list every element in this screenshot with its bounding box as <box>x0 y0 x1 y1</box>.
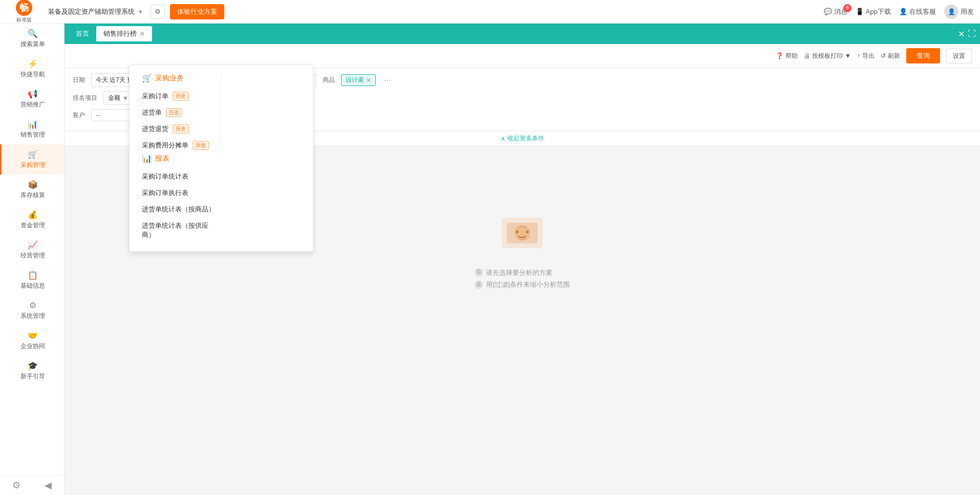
window-maximize-icon[interactable]: ⛶ <box>968 29 976 38</box>
phone-icon: 📱 <box>856 8 864 15</box>
export-label: 导出 <box>862 52 875 60</box>
tab-home[interactable]: 首页 <box>69 26 96 41</box>
user-label: 用友 <box>961 7 974 16</box>
sidebar-basic-label: 基础信息 <box>20 282 45 290</box>
inventory-icon: 📦 <box>28 180 38 189</box>
customer-dots: ··· <box>96 112 101 119</box>
sidebar-item-inventory[interactable]: 📦 库存核算 <box>0 175 64 205</box>
guide-icon: 🎓 <box>28 361 38 371</box>
print-dropdown-arrow[interactable]: ▼ <box>845 52 851 59</box>
menu-item-stock-stat-supplier[interactable]: 进货单统计表（按供应商） <box>142 218 217 243</box>
fund-icon: 💰 <box>28 210 38 220</box>
top-bar: 畅 标准版 装备及固定资产辅助管理系统 ▼ ⚙ 体验行业方案 💬 消息 9 📱 … <box>0 0 980 24</box>
solution-button[interactable]: 体验行业方案 <box>170 4 224 19</box>
rank-label: 排名项目 <box>73 94 97 102</box>
menu-item-stock-in[interactable]: 进货单 历史 <box>142 104 217 121</box>
app-download-button[interactable]: 📱 App下载 <box>856 7 891 16</box>
purchase-order-label: 采购订单 <box>142 92 168 101</box>
purchase-order-stat-label: 采购订单统计表 <box>142 172 188 181</box>
service-label: 在线客服 <box>909 7 936 16</box>
menu-item-purchase-order-exec[interactable]: 采购订单执行表 <box>142 185 217 201</box>
sidebar-item-basic[interactable]: 📋 基础信息 <box>0 265 64 295</box>
logo-sub: 标准版 <box>16 16 32 24</box>
svg-point-5 <box>526 230 529 233</box>
sidebar-item-system[interactable]: ⚙ 系统管理 <box>0 295 64 326</box>
settings-bottom-icon[interactable]: ⚙ <box>12 480 20 491</box>
menu-item-purchase-order[interactable]: 采购订单 历史 <box>142 88 217 104</box>
purchase-icon: 🛒 <box>28 149 38 159</box>
help-button[interactable]: ❓ 帮助 <box>776 52 798 60</box>
tab-bar: 首页 销售排行榜 ✕ ✕ ⛶ <box>65 24 980 44</box>
menu-item-purchase-fee[interactable]: 采购费用分摊单 历史 <box>142 137 217 154</box>
goods-tag-value: 设计素 <box>346 76 364 84</box>
goods-tag-close[interactable]: ✕ <box>366 77 371 84</box>
step1-num: ① <box>475 268 483 276</box>
sidebar-purchase-label: 采购管理 <box>20 161 45 169</box>
sidebar-item-cooperation[interactable]: 🤝 企业协同 <box>0 326 64 356</box>
logo-icon: 畅 <box>16 0 32 16</box>
purchase-order-hist: 历史 <box>173 92 189 101</box>
menu-divider <box>221 73 305 154</box>
print-button[interactable]: 🖨 按模板打印 ▼ <box>804 52 851 60</box>
sidebar-item-sales[interactable]: 📊 销售管理 <box>0 114 64 144</box>
gear-button[interactable]: ⚙ <box>151 5 165 19</box>
service-button[interactable]: 👤 在线客服 <box>899 7 936 16</box>
sidebar-sales-label: 销售管理 <box>20 131 45 139</box>
rank-value: 金额 <box>108 94 120 102</box>
purchase-section-label: 采购业务 <box>155 74 184 83</box>
purchase-dropdown-menu: 🛒 采购业务 采购订单 历史 进货单 历史 进货退货 <box>129 64 313 252</box>
sidebar-item-guide[interactable]: 🎓 新手引导 <box>0 356 64 386</box>
message-badge: 9 <box>843 4 851 12</box>
sidebar-system-label: 系统管理 <box>20 312 45 320</box>
refresh-button[interactable]: ↺ 刷新 <box>881 52 900 60</box>
help-icon: ❓ <box>776 52 783 59</box>
cooperation-icon: 🤝 <box>28 331 38 340</box>
report-section-label: 报表 <box>155 154 169 163</box>
system-title-area: 装备及固定资产辅助管理系统 ▼ ⚙ <box>48 5 165 19</box>
goods-more-dots[interactable]: ··· <box>384 76 391 85</box>
export-button[interactable]: ↑ 导出 <box>857 52 875 60</box>
sidebar-item-quick[interactable]: ⚡ 快捷导航 <box>0 54 64 84</box>
sidebar-item-search[interactable]: 🔍 搜索菜单 <box>0 24 64 54</box>
purchase-fee-hist: 历史 <box>193 141 209 150</box>
sidebar-item-purchase[interactable]: 🛒 采购管理 <box>0 144 64 175</box>
menu-item-stock-stat-goods[interactable]: 进货单统计表（按商品） <box>142 201 217 218</box>
sidebar-search-label: 搜索菜单 <box>20 40 45 49</box>
stock-in-hist: 历史 <box>166 108 182 117</box>
main-content: ❓ 帮助 🖨 按模板打印 ▼ ↑ 导出 ↺ 刷新 <box>65 44 980 495</box>
system-title: 装备及固定资产辅助管理系统 <box>48 7 135 16</box>
sidebar-item-operations[interactable]: 📈 经营管理 <box>0 235 64 265</box>
report-section-icon: 📊 <box>142 154 152 163</box>
messages-button[interactable]: 💬 消息 9 <box>824 7 847 16</box>
sidebar-marketing-label: 营销推广 <box>20 100 45 109</box>
service-icon: 👤 <box>899 8 907 15</box>
customer-label: 客户 <box>73 111 85 120</box>
stock-return-label: 进货退货 <box>142 124 168 134</box>
sidebar-guide-label: 新手引导 <box>20 372 45 381</box>
svg-point-4 <box>516 230 519 233</box>
rank-arrow: ▼ <box>122 95 129 102</box>
help-label: 帮助 <box>785 52 798 60</box>
settings-button[interactable]: 设置 <box>946 49 972 63</box>
quick-icon: ⚡ <box>28 59 38 69</box>
collapse-sidebar-icon[interactable]: ◀ <box>45 480 52 491</box>
tab-close-icon[interactable]: ✕ <box>140 30 145 37</box>
query-button[interactable]: 查询 <box>906 48 940 63</box>
menu-item-stock-return[interactable]: 进货退货 历史 <box>142 121 217 137</box>
sidebar-item-fund[interactable]: 💰 资金管理 <box>0 205 64 235</box>
title-dropdown-arrow[interactable]: ▼ <box>138 9 143 15</box>
sidebar-item-marketing[interactable]: 📢 营销推广 <box>0 84 64 114</box>
tab-sales-ranking[interactable]: 销售排行榜 ✕ <box>96 26 152 41</box>
report-section-title: 📊 报表 <box>142 154 217 163</box>
sales-icon: 📊 <box>28 119 38 129</box>
sidebar-quick-label: 快捷导航 <box>20 70 45 79</box>
menu-item-purchase-order-stat[interactable]: 采购订单统计表 <box>142 168 217 185</box>
print-label: 按模板打印 <box>812 52 843 60</box>
stock-stat-supplier-label: 进货单统计表（按供应商） <box>142 221 217 240</box>
goods-tag: 设计素 ✕ <box>341 74 376 86</box>
user-area[interactable]: 👤 用友 <box>944 5 974 19</box>
date-label: 日期 <box>73 76 85 84</box>
window-close-icon[interactable]: ✕ <box>958 29 965 39</box>
goods-label: 商品 <box>323 76 335 84</box>
sidebar-inventory-label: 库存核算 <box>20 191 45 200</box>
